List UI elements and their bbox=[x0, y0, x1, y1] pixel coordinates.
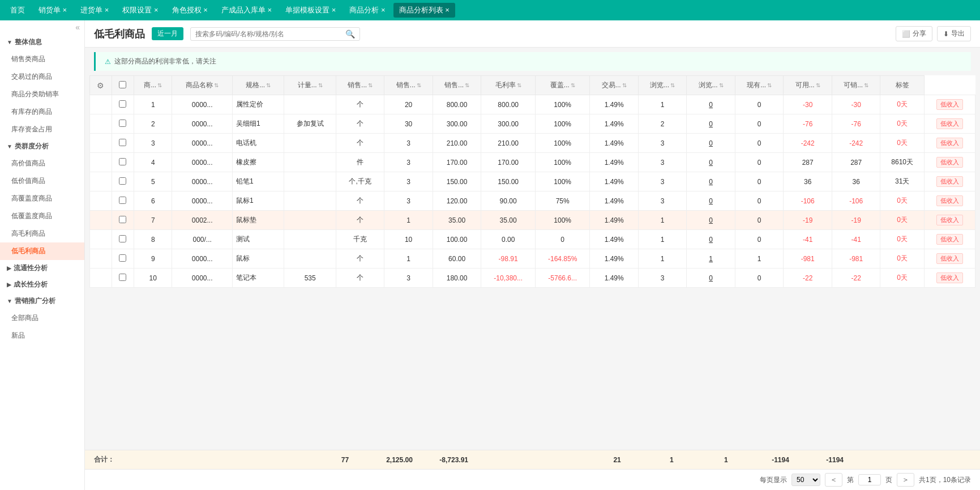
row-checkbox-input[interactable] bbox=[119, 254, 126, 262]
row-views1[interactable]: 0 bbox=[687, 114, 735, 134]
sidebar-item-all-products[interactable]: 全部商品 bbox=[0, 309, 84, 327]
col-settings[interactable]: ⚙ bbox=[90, 76, 112, 95]
row-checkbox-input[interactable] bbox=[119, 158, 126, 165]
nav-template[interactable]: 单据模板设置 × bbox=[280, 3, 341, 18]
col-saleable[interactable]: 可销...⇅ bbox=[832, 76, 880, 95]
row-checkbox-input[interactable] bbox=[119, 216, 126, 223]
table-wrap[interactable]: ⚙ 商...⇅ 商品名称⇅ 规格...⇅ 计量...⇅ 销售...⇅ 销售...… bbox=[85, 75, 980, 450]
sidebar-group-growth[interactable]: ▶ 成长性分析 bbox=[0, 276, 84, 293]
sidebar-item-traded-products[interactable]: 交易过的商品 bbox=[0, 68, 84, 86]
sidebar-collapse-button[interactable]: « bbox=[75, 23, 80, 32]
row-checkbox-input[interactable] bbox=[119, 120, 126, 127]
row-checkbox[interactable] bbox=[112, 211, 134, 230]
settings-button[interactable]: ⚙ bbox=[97, 81, 104, 90]
sidebar-item-high-margin[interactable]: 高毛利商品 bbox=[0, 225, 84, 242]
sidebar-item-sales-products[interactable]: 销售类商品 bbox=[0, 50, 84, 68]
col-views1[interactable]: 浏览...⇅ bbox=[638, 76, 687, 95]
nav-sales[interactable]: 销货单 × bbox=[33, 3, 72, 18]
row-views1[interactable]: 0 bbox=[687, 153, 735, 172]
col-name[interactable]: 商品名称⇅ bbox=[172, 76, 232, 95]
row-unit: 个 bbox=[336, 134, 384, 153]
sidebar-group-overall[interactable]: ▼ 整体信息 bbox=[0, 34, 84, 50]
search-input[interactable] bbox=[195, 30, 345, 38]
export-button[interactable]: ⬇ 导出 bbox=[937, 26, 971, 41]
row-views1[interactable]: 0 bbox=[687, 95, 735, 114]
sidebar-item-inventory-capital[interactable]: 库存资金占用 bbox=[0, 121, 84, 138]
row-views1[interactable]: 1 bbox=[687, 249, 735, 269]
sidebar-group-flow[interactable]: ▶ 流通性分析 bbox=[0, 260, 84, 276]
next-page-button[interactable]: ＞ bbox=[897, 473, 914, 487]
sidebar-item-low-value[interactable]: 低价值商品 bbox=[0, 172, 84, 190]
row-checkbox[interactable] bbox=[112, 114, 134, 134]
tag-badge: 低收入 bbox=[936, 138, 963, 148]
sort-icon-trade: ⇅ bbox=[622, 82, 627, 88]
row-checkbox[interactable] bbox=[112, 230, 134, 249]
row-views1[interactable]: 0 bbox=[687, 134, 735, 153]
sidebar-item-new-products[interactable]: 新品 bbox=[0, 327, 84, 344]
nav-roles[interactable]: 角色授权 × bbox=[166, 3, 213, 18]
col-tag[interactable]: 标签 bbox=[880, 76, 925, 95]
col-trade[interactable]: 交易...⇅ bbox=[590, 76, 639, 95]
row-checkbox[interactable] bbox=[112, 249, 134, 269]
row-checkbox[interactable] bbox=[112, 153, 134, 172]
row-views1[interactable]: 0 bbox=[687, 269, 735, 288]
sidebar-item-high-coverage[interactable]: 高覆盖度商品 bbox=[0, 190, 84, 207]
search-icon[interactable]: 🔍 bbox=[345, 29, 355, 39]
row-checkbox[interactable] bbox=[112, 95, 134, 114]
sidebar-item-low-coverage[interactable]: 低覆盖度商品 bbox=[0, 207, 84, 225]
row-checkbox-input[interactable] bbox=[119, 100, 126, 108]
row-checkbox-input[interactable] bbox=[119, 177, 126, 185]
sidebar-group-cluster[interactable]: ▼ 类群度分析 bbox=[0, 138, 84, 155]
row-checkbox-input[interactable] bbox=[119, 235, 126, 242]
row-checkbox[interactable] bbox=[112, 191, 134, 211]
nav-product-analysis-list[interactable]: 商品分析列表 × bbox=[393, 3, 455, 18]
sidebar-item-low-margin[interactable]: 低毛利商品 bbox=[0, 242, 84, 260]
row-checkbox-input[interactable] bbox=[119, 274, 126, 281]
col-spec[interactable]: 规格...⇅ bbox=[232, 76, 284, 95]
row-checkbox-input[interactable] bbox=[119, 197, 126, 204]
row-checkbox[interactable] bbox=[112, 134, 134, 153]
nav-purchase[interactable]: 进货单 × bbox=[75, 3, 114, 18]
row-checkbox-input[interactable] bbox=[119, 139, 126, 146]
row-sales-profit: 170.00 bbox=[481, 153, 536, 172]
col-sales-profit[interactable]: 销售...⇅ bbox=[433, 76, 481, 95]
date-filter-button[interactable]: 近一月 bbox=[152, 27, 183, 40]
row-unit: 个 bbox=[336, 95, 384, 114]
row-views1[interactable]: 0 bbox=[687, 172, 735, 191]
row-views1[interactable]: 0 bbox=[687, 191, 735, 211]
col-checkbox[interactable] bbox=[112, 76, 134, 95]
select-all-checkbox[interactable] bbox=[119, 81, 126, 88]
col-views2[interactable]: 浏览...⇅ bbox=[687, 76, 735, 95]
col-gross-rate[interactable]: 毛利率⇅ bbox=[481, 76, 536, 95]
nav-home[interactable]: 首页 bbox=[5, 3, 31, 18]
nav-product-analysis[interactable]: 商品分析 × bbox=[344, 3, 391, 18]
row-gross-rate: 100% bbox=[535, 172, 590, 191]
main-layout: « ▼ 整体信息 销售类商品 交易过的商品 商品分类助销率 有库存的商品 库存资… bbox=[0, 20, 980, 490]
row-views1[interactable]: 0 bbox=[687, 230, 735, 249]
col-current-stock[interactable]: 现有...⇅ bbox=[735, 76, 784, 95]
page-number-input[interactable] bbox=[858, 474, 881, 485]
page-size-select[interactable]: 50 20 100 bbox=[791, 474, 820, 486]
sidebar-item-category-rate[interactable]: 商品分类助销率 bbox=[0, 86, 84, 103]
row-gross-rate: 100% bbox=[535, 134, 590, 153]
row-checkbox[interactable] bbox=[112, 269, 134, 288]
nav-permissions[interactable]: 权限设置 × bbox=[117, 3, 164, 18]
row-checkbox[interactable] bbox=[112, 172, 134, 191]
footer-views2: 1 bbox=[699, 456, 753, 464]
col-available[interactable]: 可用...⇅ bbox=[784, 76, 832, 95]
prev-page-button[interactable]: ＜ bbox=[825, 473, 842, 487]
col-sales-qty[interactable]: 销售...⇅ bbox=[336, 76, 384, 95]
sidebar-group-marketing[interactable]: ▼ 营销推广分析 bbox=[0, 293, 84, 309]
row-sales-profit: 800.00 bbox=[481, 95, 536, 114]
row-saleable: 0天 bbox=[880, 211, 925, 230]
row-views1[interactable]: 0 bbox=[687, 211, 735, 230]
sidebar-item-high-value[interactable]: 高价值商品 bbox=[0, 155, 84, 172]
nav-product-entry[interactable]: 产成品入库单 × bbox=[216, 3, 277, 18]
arrow-icon-5: ▼ bbox=[7, 298, 12, 304]
share-button[interactable]: ⬜ 分享 bbox=[896, 26, 932, 41]
col-coverage[interactable]: 覆盖...⇅ bbox=[535, 76, 590, 95]
col-code[interactable]: 商...⇅ bbox=[134, 76, 172, 95]
sidebar-item-stocked-products[interactable]: 有库存的商品 bbox=[0, 103, 84, 121]
col-unit[interactable]: 计量...⇅ bbox=[284, 76, 336, 95]
col-sales-price[interactable]: 销售...⇅ bbox=[384, 76, 433, 95]
